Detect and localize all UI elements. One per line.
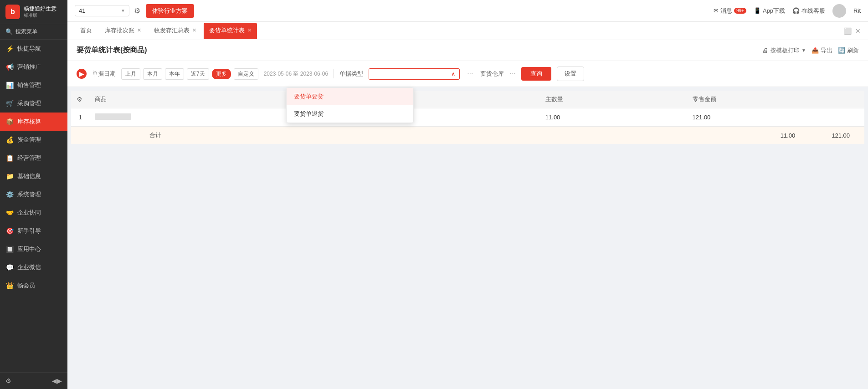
app-center-icon: 🔲 (5, 246, 14, 253)
prev-month-btn[interactable]: 上月 (121, 68, 140, 80)
settings-button[interactable]: 设置 (557, 67, 584, 81)
sidebar-item-app-center[interactable]: 🔲 应用中心 (0, 240, 67, 258)
tab-order-summary[interactable]: 要货单统计表 ✕ (204, 23, 257, 39)
purchase-icon: 🛒 (5, 100, 14, 107)
store-selector[interactable]: 41 ▼ (75, 5, 129, 16)
finance-icon: 💰 (5, 136, 14, 143)
sidebar-logo: b 畅捷通好生意 标准版 (0, 0, 67, 24)
topbar-settings-icon[interactable]: ⚙ (134, 6, 140, 15)
tab-receive-summary[interactable]: 收发存汇总表 ✕ (149, 23, 202, 39)
maximize-icon[interactable]: ⬜ (844, 27, 852, 35)
dropdown-item-order-return[interactable]: 要货单退货 (287, 105, 413, 123)
beginner-icon: 🎯 (5, 227, 14, 235)
member-icon: 👑 (5, 282, 14, 289)
data-table: ⚙ 商品 主计量单位 主数量 零售金额 1 块 (71, 91, 864, 126)
footer-amount: 121.00 (832, 132, 850, 139)
topbar-right: ✉ 消息 99+ 📱 App下载 🎧 在线客服 Rit (714, 4, 861, 18)
sidebar-item-quick-nav[interactable]: ⚡ 快捷导航 (0, 40, 67, 58)
type-dropdown: 要货单要货 要货单退货 (286, 87, 414, 123)
custom-date-btn[interactable]: 自定义 (234, 68, 258, 80)
quick-nav-icon: ⚡ (5, 45, 14, 52)
column-settings-icon[interactable]: ⚙ (77, 96, 82, 103)
row-quantity: 11.00 (540, 108, 687, 126)
print-button[interactable]: 🖨 按模板打印 ▼ (762, 46, 806, 55)
wechat-icon: 💬 (5, 264, 14, 271)
close-receive-summary-tab[interactable]: ✕ (192, 27, 196, 33)
refresh-button[interactable]: 🔄 刷新 (838, 46, 859, 55)
system-icon: ⚙️ (5, 191, 14, 198)
sidebar-item-finance[interactable]: 💰 资金管理 (0, 131, 67, 149)
sidebar-item-basic[interactable]: 📁 基础信息 (0, 167, 67, 185)
basic-icon: 📁 (5, 173, 14, 180)
close-window-icon[interactable]: ✕ (855, 27, 861, 35)
sidebar-item-system[interactable]: ⚙️ 系统管理 (0, 185, 67, 204)
close-order-summary-tab[interactable]: ✕ (247, 27, 252, 33)
topbar: 41 ▼ ⚙ 体验行业方案 ✉ 消息 99+ 📱 App下载 🎧 在线客服 Ri… (67, 0, 868, 22)
sidebar-item-wechat[interactable]: 💬 企业微信 (0, 258, 67, 276)
row-no: 1 (71, 108, 89, 126)
app-download-icon: 📱 (754, 7, 761, 14)
app-download-action[interactable]: 📱 App下载 (754, 7, 785, 15)
sidebar-item-beginner[interactable]: 🎯 新手引导 (0, 222, 67, 240)
sidebar-item-inventory[interactable]: 📦 库存核算 (0, 113, 67, 131)
row-amount: 121.00 (687, 108, 864, 126)
type-select[interactable]: ∧ (369, 68, 460, 80)
tab-home[interactable]: 首页 (75, 23, 98, 39)
page-header-actions: 🖨 按模板打印 ▼ 📤 导出 🔄 刷新 (762, 46, 859, 55)
this-month-btn[interactable]: 本月 (143, 68, 162, 80)
footer-quantity: 11.00 (781, 132, 796, 139)
col-amount: 零售金额 (687, 91, 864, 108)
settings-bottom-btn[interactable]: ⚙ (5, 377, 11, 384)
filter-divider (334, 69, 334, 78)
filter-bar: ▶ 单据日期 上月 本月 本年 近7天 更多 自定义 2023-05-06 至 … (67, 61, 868, 87)
sidebar-item-enterprise[interactable]: 🤝 企业协同 (0, 204, 67, 222)
sidebar-item-member[interactable]: 👑 畅会员 (0, 276, 67, 295)
message-icon: ✉ (714, 7, 719, 14)
operation-icon: 📋 (5, 154, 14, 162)
message-action[interactable]: ✉ 消息 99+ (714, 7, 746, 15)
last7days-btn[interactable]: 近7天 (187, 68, 209, 80)
sidebar-item-marketing[interactable]: 📢 营销推广 (0, 58, 67, 76)
logo-text: 畅捷通好生意 标准版 (24, 5, 56, 19)
user-name: Rit (853, 7, 861, 14)
footer-label: 合计 (149, 131, 161, 139)
export-button[interactable]: 📤 导出 (812, 46, 832, 55)
service-icon: 🎧 (792, 7, 800, 14)
query-button[interactable]: 查询 (521, 67, 551, 81)
type-select-up-arrow: ∧ (451, 71, 456, 77)
type-filter-label: 单据类型 (339, 70, 363, 78)
sidebar-search[interactable]: 🔍 搜索菜单 (0, 24, 67, 40)
search-icon: 🔍 (5, 28, 13, 35)
export-icon: 📤 (812, 47, 819, 54)
this-year-btn[interactable]: 本年 (165, 68, 184, 80)
col-quantity: 主数量 (540, 91, 687, 108)
table-section: ⚙ 商品 主计量单位 主数量 零售金额 1 块 (71, 91, 864, 126)
tabbar: 首页 库存批次账 ✕ 收发存汇总表 ✕ 要货单统计表 ✕ ⬜ ✕ (67, 22, 868, 40)
more-dates-btn[interactable]: 更多 (212, 69, 231, 79)
sidebar-item-sales[interactable]: 📊 销售管理 (0, 76, 67, 94)
enterprise-icon: 🤝 (5, 209, 14, 216)
store-dropdown-arrow: ▼ (121, 8, 125, 13)
sales-icon: 📊 (5, 82, 14, 89)
tab-inventory-batch[interactable]: 库存批次账 ✕ (99, 23, 147, 39)
user-avatar[interactable] (832, 4, 846, 18)
date-buttons: 上月 本月 本年 近7天 更多 自定义 (121, 68, 258, 80)
filter-row: ▶ 单据日期 上月 本月 本年 近7天 更多 自定义 2023-05-06 至 … (77, 67, 859, 81)
sidebar-item-operation[interactable]: 📋 经营管理 (0, 149, 67, 167)
sidebar-nav: ⚡ 快捷导航 📢 营销推广 📊 销售管理 🛒 采购管理 📦 库存核算 💰 资金管… (0, 40, 67, 372)
close-inventory-batch-tab[interactable]: ✕ (137, 27, 141, 33)
topbar-left: 41 ▼ ⚙ 体验行业方案 (75, 4, 714, 18)
date-range-display: 2023-05-06 至 2023-06-06 (264, 70, 328, 78)
main-area: 41 ▼ ⚙ 体验行业方案 ✉ 消息 99+ 📱 App下载 🎧 在线客服 Ri… (67, 0, 868, 389)
dropdown-item-order-goods[interactable]: 要货单要货 (287, 88, 413, 105)
message-badge: 99+ (734, 8, 746, 14)
warehouse-more-btn[interactable]: ··· (509, 70, 515, 78)
promo-button[interactable]: 体验行业方案 (146, 4, 194, 18)
logo-icon: b (5, 5, 20, 19)
collapse-btn[interactable]: ◀▶ (52, 377, 62, 384)
online-service-action[interactable]: 🎧 在线客服 (792, 7, 825, 15)
date-filter-label: 单据日期 (92, 70, 116, 78)
sidebar-item-purchase[interactable]: 🛒 采购管理 (0, 94, 67, 113)
expand-filter-button[interactable]: ▶ (77, 69, 87, 79)
type-more-btn[interactable]: ··· (465, 70, 475, 78)
